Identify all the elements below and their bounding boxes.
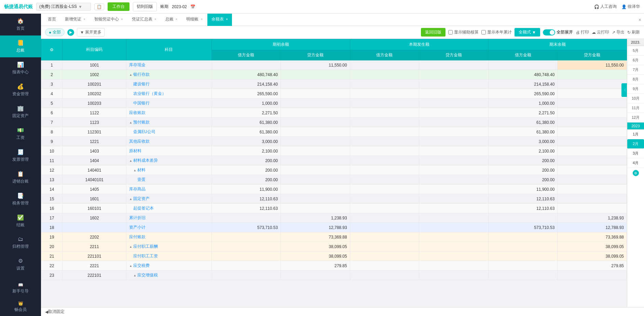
- period-value[interactable]: 2023-02: [172, 4, 187, 9]
- cal-month-5[interactable]: 5月: [627, 46, 644, 56]
- copy-button[interactable]: 📋: [94, 3, 104, 10]
- cal-month-3[interactable]: 3月: [627, 149, 644, 158]
- row-name[interactable]: 壶属EU公司: [126, 127, 211, 137]
- table-row[interactable]: 21 221101 应付职工工资 38,099.05 38,099.05: [41, 252, 627, 261]
- row-name[interactable]: ▲ 银行存款: [126, 70, 211, 80]
- show-ytd-checkbox[interactable]: 显示本年累计: [481, 29, 512, 35]
- row-name[interactable]: 中国银行: [126, 99, 211, 108]
- row-name[interactable]: 库存现金: [126, 60, 211, 70]
- switch-version-button[interactable]: 切到旧版: [133, 2, 157, 11]
- tab-balance-close[interactable]: ×: [226, 17, 228, 21]
- table-row[interactable]: 22 2221 ▲ 应交税费 279.85 279.85: [41, 261, 627, 271]
- account-link[interactable]: 建设银行: [133, 82, 150, 86]
- tab-balance[interactable]: 余额表 ×: [207, 14, 232, 26]
- table-row[interactable]: 18 资产小计 573,710.53 12,788.93 573,710.53 …: [41, 223, 627, 232]
- account-link[interactable]: 累计折旧: [129, 215, 146, 220]
- account-link[interactable]: 壶属EU公司: [133, 129, 155, 134]
- table-row[interactable]: 3 100201 建设银行 214,158.40 214,158.40: [41, 80, 627, 89]
- tab-voucher-summary-close[interactable]: ×: [154, 17, 156, 21]
- account-link[interactable]: 起提签记本: [133, 206, 154, 211]
- table-row[interactable]: 14 1405 库存商品 11,900.00 11,900.00: [41, 185, 627, 194]
- bottom-bar[interactable]: ◀ 取消固定: [41, 307, 644, 316]
- expand-button[interactable]: ▼ 展开更多: [77, 28, 105, 37]
- tab-smart-voucher-close[interactable]: ×: [121, 17, 123, 21]
- table-row[interactable]: 15 1601 ▲ 固定资产 12,110.63 12,110.63: [41, 194, 627, 204]
- table-row[interactable]: 2 1002 ▲ 银行存款 480,748.40 480,748.40: [41, 70, 627, 80]
- sidebar-item-tax[interactable]: 📑 税务管理: [0, 188, 41, 210]
- tab-voucher-summary[interactable]: 凭证汇总表 ×: [128, 14, 161, 26]
- row-name[interactable]: ▲ 应付职工薪酬: [126, 242, 211, 252]
- account-link[interactable]: 应付职工薪酬: [133, 244, 158, 249]
- row-name[interactable]: ▲ 预付账款: [126, 118, 211, 127]
- row-name[interactable]: 应收账款: [126, 108, 211, 118]
- sidebar-item-settings[interactable]: ⚙ 设置: [0, 254, 41, 275]
- row-name[interactable]: ▲ 应交税费: [126, 261, 211, 271]
- table-row[interactable]: 7 1123 ▲ 预付账款 61,380.00 61,380.00: [41, 118, 627, 127]
- show-aux-input[interactable]: [448, 30, 453, 34]
- cal-month-12[interactable]: 12月: [627, 113, 644, 123]
- tab-general-ledger[interactable]: 总账 ×: [161, 14, 182, 26]
- return-old-version-button[interactable]: 返回旧版: [421, 28, 446, 37]
- cal-month-9[interactable]: 9月: [627, 84, 644, 94]
- row-name[interactable]: 建设银行: [126, 80, 211, 89]
- workbench-button[interactable]: 工作台: [108, 2, 129, 11]
- sidebar-item-assets[interactable]: 🏢 固定资产: [0, 101, 41, 123]
- company-selector[interactable]: (免费) 江西股金-LSS ▼: [36, 3, 91, 11]
- company-dropdown-icon[interactable]: ▼: [78, 4, 82, 9]
- table-row[interactable]: 16 160101 起提签记本 12,110.63 12,110.63: [41, 204, 627, 213]
- account-link[interactable]: 银行存款: [133, 72, 150, 77]
- account-link[interactable]: 原材料: [129, 148, 141, 153]
- th-settings[interactable]: ⚙: [41, 39, 63, 60]
- sidebar-item-finance[interactable]: 💰 资金管理: [0, 79, 41, 101]
- refresh-button[interactable]: ↻ 刷新: [627, 29, 640, 35]
- table-row[interactable]: 4 100202 农业银行（黄金） 265,590.00 265,590.00: [41, 89, 627, 99]
- table-row[interactable]: 23 222101 ▲ 应交增值税: [41, 271, 627, 280]
- cal-month-8[interactable]: 8月: [627, 75, 644, 84]
- account-link[interactable]: 应交增值税: [137, 273, 158, 277]
- table-row[interactable]: 1 1001 库存现金 11,550.00 11,550.00: [41, 60, 627, 70]
- row-name[interactable]: 农业银行（黄金）: [126, 89, 211, 99]
- account-link[interactable]: 其他应收款: [129, 139, 150, 144]
- row-name[interactable]: ▲ 应交增值税: [126, 271, 211, 280]
- table-scroll[interactable]: ⚙ 科目编码 科目 期初余额 本期发生额 期末余额 借方金额 贷方金额 借方金额…: [41, 39, 627, 307]
- row-name[interactable]: ▲ 材料: [126, 166, 211, 175]
- filter-all[interactable]: ● 全部: [45, 28, 65, 36]
- account-link[interactable]: 固定资产: [133, 196, 150, 201]
- row-name[interactable]: 资产小计: [126, 223, 211, 232]
- row-name[interactable]: 壹蛋: [126, 175, 211, 185]
- full-mode-button[interactable]: 全额式 ▼: [515, 28, 540, 37]
- sidebar-item-guide[interactable]: 📖 新手引导: [0, 279, 41, 298]
- cal-month-1[interactable]: 1月: [627, 130, 644, 139]
- table-row[interactable]: 13 14040101 壹蛋 200.00 200.00: [41, 175, 627, 185]
- account-link[interactable]: 库存现金: [129, 62, 146, 67]
- table-row[interactable]: 9 1221 其他应收款 3,000.00 3,000.00: [41, 137, 627, 146]
- calendar-icon[interactable]: 📅: [190, 4, 195, 9]
- account-link[interactable]: 中国银行: [133, 101, 150, 105]
- account-link[interactable]: 应交税费: [133, 263, 150, 268]
- sidebar-item-member[interactable]: 👑 畅会员: [0, 298, 41, 316]
- toggle-switch[interactable]: [543, 29, 555, 35]
- account-link[interactable]: 应付职工工资: [133, 254, 158, 258]
- table-row[interactable]: 5 100203 中国银行 1,000.00 1,000.00: [41, 99, 627, 108]
- tab-home[interactable]: 首页: [44, 14, 60, 26]
- cal-month-11[interactable]: 11月: [627, 103, 644, 113]
- cal-settings-icon[interactable]: ⚙: [627, 168, 644, 178]
- filter-arrow-button[interactable]: ▶: [67, 29, 74, 36]
- sidebar-item-archive[interactable]: 🗂 归档管理: [0, 232, 41, 254]
- sidebar-item-close[interactable]: ✅ 结账: [0, 210, 41, 232]
- table-row[interactable]: 11 1404 ▲ 材料成本差异 200.00 200.00: [41, 156, 627, 166]
- row-name[interactable]: ▲ 固定资产: [126, 194, 211, 204]
- row-name[interactable]: 其他应收款: [126, 137, 211, 146]
- row-name[interactable]: 原材料: [126, 146, 211, 156]
- account-link[interactable]: 预付账款: [133, 120, 150, 125]
- sidebar-item-invoice[interactable]: 🧾 发票管理: [0, 145, 41, 167]
- tab-general-ledger-close[interactable]: ×: [176, 17, 178, 21]
- account-link[interactable]: 资产小计: [129, 225, 146, 230]
- table-row[interactable]: 20 2211 ▲ 应付职工薪酬 38,099.05 38,099.05: [41, 242, 627, 252]
- row-name[interactable]: 起提签记本: [126, 204, 211, 213]
- table-row[interactable]: 17 1602 累计折旧 1,238.93 1,238.93: [41, 213, 627, 223]
- row-name[interactable]: 库存商品: [126, 185, 211, 194]
- cal-month-6[interactable]: 6月: [627, 56, 644, 65]
- table-row[interactable]: 12 140401 ▲ 材料 200.00 200.00: [41, 166, 627, 175]
- print-button[interactable]: 🖨 打印: [576, 29, 589, 35]
